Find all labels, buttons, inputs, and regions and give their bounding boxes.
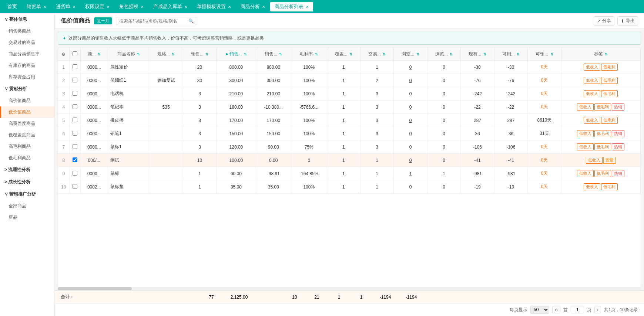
per-page-select[interactable]: 50 100 200 — [530, 306, 549, 314]
row-checkbox-cell[interactable] — [69, 114, 80, 127]
share-button[interactable]: ↗ 分享 — [594, 16, 614, 26]
close-icon[interactable]: ✕ — [228, 5, 231, 9]
row-checkbox[interactable] — [73, 184, 77, 189]
row-checkbox-cell[interactable] — [69, 154, 80, 167]
sidebar-item-high-value[interactable]: 高价值商品 — [0, 95, 54, 106]
sidebar-item-low-coverage[interactable]: 低覆盖度商品 — [0, 129, 54, 141]
col-stock2[interactable]: 可用... ⇅ — [494, 48, 527, 61]
nav-role[interactable]: 角色授权 ✕ — [115, 2, 148, 11]
sidebar-group-contribution[interactable]: ∨ 贡献分析 — [0, 83, 54, 95]
row-checkbox[interactable] — [73, 118, 77, 122]
close-icon[interactable]: ✕ — [262, 5, 265, 9]
row-checkbox-cell[interactable] — [69, 74, 80, 87]
row-checkbox[interactable] — [73, 104, 77, 109]
sidebar-item-category-sales[interactable]: 商品分类销售率 — [0, 48, 54, 60]
row-checkbox-cell[interactable] — [69, 87, 80, 101]
col-trade[interactable]: 交易... ⇅ — [360, 48, 393, 61]
col-stock3[interactable]: 可销... ⇅ — [528, 48, 561, 61]
col-sales1[interactable]: 销售... ⇅ — [183, 48, 216, 61]
col-stock1[interactable]: 现有... ⇅ — [461, 48, 494, 61]
row-checkbox[interactable] — [73, 157, 77, 162]
row-checkbox-cell[interactable] — [69, 101, 80, 114]
row-checkbox-cell[interactable] — [69, 180, 80, 194]
nav-home[interactable]: 首页 — [3, 2, 21, 11]
sidebar-item-stock-funds[interactable]: 库存资金占用 — [0, 71, 54, 83]
table-row[interactable]: 5 0000... 橡皮擦 3 170.00 170.00 100% 1 3 0… — [58, 114, 641, 127]
sidebar-item-low-value[interactable]: 低价值商品 — [0, 106, 54, 118]
nav-product[interactable]: 产成品入库单 ✕ — [149, 2, 192, 11]
table-row[interactable]: 2 0000... 吴细细1 参加复试 30 300.00 300.00 100… — [58, 74, 641, 87]
sidebar-item-high-margin[interactable]: 高毛利商品 — [0, 141, 54, 152]
row-checkbox[interactable] — [73, 91, 77, 96]
row-checkbox-cell[interactable] — [69, 167, 80, 180]
table-row[interactable]: 8 000/... 测试 10 100.00 0.00 0 1 1 0 0 -4… — [58, 154, 641, 167]
col-browse2[interactable]: 浏览... ⇅ — [427, 48, 460, 61]
sidebar-item-new-goods[interactable]: 新品 — [0, 212, 54, 223]
close-icon[interactable]: ✕ — [141, 5, 144, 9]
row-checkbox-cell[interactable] — [69, 140, 80, 154]
first-page-button[interactable]: ‹‹ — [552, 306, 560, 313]
row-checkbox[interactable] — [73, 144, 77, 149]
select-all-checkbox[interactable] — [73, 51, 77, 56]
col-coverage[interactable]: 覆盖... ⇅ — [327, 48, 360, 61]
close-icon[interactable]: ✕ — [107, 5, 110, 9]
sidebar-item-low-margin[interactable]: 低毛利商品 — [0, 152, 54, 164]
row-checkbox[interactable] — [73, 78, 77, 82]
nav-goods-analysis[interactable]: 商品分析 ✕ — [236, 2, 269, 11]
table-row[interactable]: 4 0000... 笔记本 535 3 180.00 -10,380... -5… — [58, 101, 641, 114]
sidebar-item-all-goods[interactable]: 全部商品 — [0, 200, 54, 212]
sidebar-item-high-coverage[interactable]: 高覆盖度商品 — [0, 118, 54, 129]
table-row[interactable]: 6 0000... 铅笔1 3 150.00 150.00 100% 1 3 0… — [58, 127, 641, 140]
row-browse1[interactable]: 0 — [394, 114, 427, 127]
next-page-button[interactable]: › — [594, 306, 601, 313]
row-browse1[interactable]: 0 — [394, 87, 427, 101]
col-code[interactable]: 商... ⇅ — [80, 48, 108, 61]
sidebar-item-sales-goods[interactable]: 销售类商品 — [0, 26, 54, 37]
nav-sales[interactable]: 销货单 ✕ — [22, 2, 51, 11]
row-browse1[interactable]: 0 — [394, 180, 427, 194]
sidebar-item-traded-goods[interactable]: 交易过的商品 — [0, 37, 54, 48]
row-browse1[interactable]: 0 — [394, 61, 427, 74]
page-number-input[interactable] — [571, 306, 584, 313]
row-browse1[interactable]: 0 — [394, 154, 427, 167]
close-icon[interactable]: ✕ — [73, 5, 76, 9]
col-sales2[interactable]: ● 销售... ⇅ — [217, 48, 256, 61]
table-row[interactable]: 7 0000... 鼠标1 3 120.00 90.00 75% 1 3 0 0… — [58, 140, 641, 154]
nav-permission[interactable]: 权限设置 ✕ — [81, 2, 114, 11]
time-tag-button[interactable]: 近一月 — [94, 17, 112, 24]
sidebar-item-stock-goods[interactable]: 有库存的商品 — [0, 60, 54, 71]
col-tags[interactable]: 标签 ⇅ — [561, 48, 640, 61]
sidebar-group-growth[interactable]: > 成长性分析 — [0, 176, 54, 188]
row-browse1[interactable]: 1 — [394, 167, 427, 180]
row-checkbox[interactable] — [73, 64, 77, 69]
table-row[interactable]: 10 0002... 鼠标垫 1 35.00 35.00 100% 1 1 0 … — [58, 180, 641, 194]
search-input[interactable] — [119, 18, 187, 24]
close-icon[interactable]: ✕ — [306, 5, 309, 9]
sidebar-group-circulation[interactable]: > 流通性分析 — [0, 164, 54, 176]
nav-goods-analysis-list[interactable]: 商品分析列表 ✕ — [270, 2, 313, 11]
close-icon[interactable]: ✕ — [184, 5, 187, 9]
horizontal-scrollbar[interactable] — [58, 287, 641, 290]
table-row[interactable]: 1 0000... 属性定价 20 800.00 800.00 100% 1 1… — [58, 61, 641, 74]
row-checkbox-cell[interactable] — [69, 61, 80, 74]
row-checkbox-cell[interactable] — [69, 127, 80, 140]
col-sales3[interactable]: 销售... ⇅ — [256, 48, 291, 61]
col-name[interactable]: 商品名称 ⇅ — [108, 48, 149, 61]
nav-template[interactable]: 单据模板设置 ✕ — [192, 2, 235, 11]
scrollbar-thumb[interactable] — [58, 287, 132, 290]
row-browse1[interactable]: 0 — [394, 140, 427, 154]
col-margin[interactable]: 毛利率 ⇅ — [291, 48, 327, 61]
col-spec[interactable]: 规格... ⇅ — [149, 48, 183, 61]
col-settings[interactable]: ⚙ — [58, 48, 69, 61]
table-row[interactable]: 3 0000... 电话机 3 210.00 210.00 100% 1 3 0… — [58, 87, 641, 101]
col-checkbox[interactable] — [69, 48, 80, 61]
sidebar-group-marketing[interactable]: ∨ 营销推广分析 — [0, 188, 54, 200]
row-browse1[interactable]: 0 — [394, 127, 427, 140]
row-browse1[interactable]: 0 — [394, 101, 427, 114]
row-checkbox[interactable] — [73, 131, 77, 136]
export-button[interactable]: ⬆ 导出 — [617, 16, 638, 26]
col-browse1[interactable]: 浏览... ⇅ — [394, 48, 427, 61]
table-container[interactable]: ⚙ 商... ⇅ 商品名称 ⇅ 规格... ⇅ 销售... ⇅ ● 销售... … — [58, 48, 641, 287]
row-checkbox[interactable] — [73, 171, 77, 176]
close-icon[interactable]: ✕ — [43, 5, 46, 9]
